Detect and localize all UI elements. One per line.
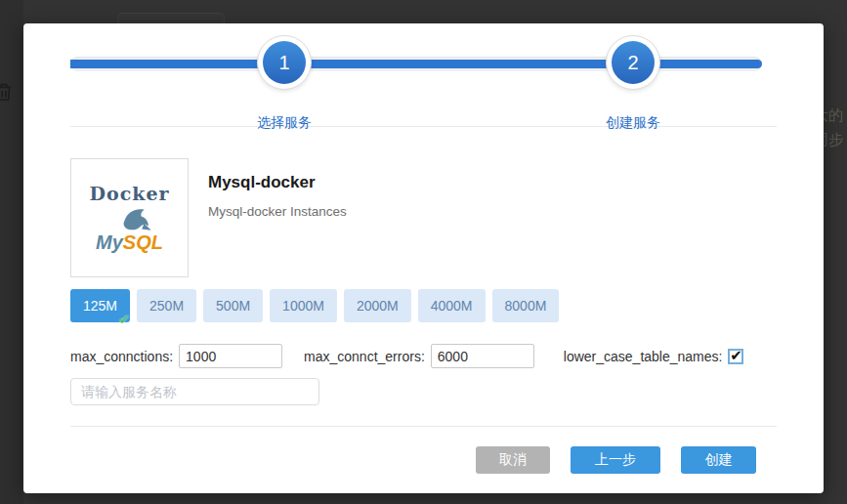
background-text-line: 同步 [823,127,847,151]
lower-case-checkbox[interactable]: ✔ [728,349,743,364]
max-connect-errors-label: max_connct_errors: [304,349,425,364]
background-sidebar-strip [0,0,23,504]
wizard-step-2: 2创建服务 [606,35,660,90]
memory-option-250m[interactable]: 250M [137,289,196,322]
memory-option-500m[interactable]: 500M [203,289,263,322]
lower-case-table-names-label: lower_case_table_names: [564,349,723,364]
max-connect-errors-input[interactable] [431,344,534,368]
memory-option-125m[interactable]: 125M✔ [70,289,130,322]
service-info: Docker MySQL Mysql-docker Mysql-docker I… [70,158,777,277]
wizard-steps: 1选择服务2创建服务 [70,23,777,127]
step-label: 选择服务 [226,114,343,132]
checkmark-icon: ✔ [730,348,742,362]
step-circle: 2 [606,35,660,90]
mysql-docker-logo: Docker MySQL [70,158,189,277]
step-label: 创建服务 [574,114,692,132]
create-button[interactable]: 创建 [681,446,756,474]
memory-option-2000m[interactable]: 2000M [344,289,411,322]
service-name-input[interactable] [70,378,319,405]
service-name-row [70,378,777,405]
background-text-fragment: 大的 同步 [823,103,847,151]
footer-divider [70,426,777,427]
create-service-modal: 1选择服务2创建服务 Docker MySQL Mysql-docker Mys… [23,23,824,493]
background-text-line: 大的 [823,103,847,127]
selected-check-icon: ✔ [118,313,130,326]
parameters-row: max_connctions: max_connct_errors: lower… [70,344,777,368]
service-title: Mysql-docker [208,173,347,192]
mysql-logo-text: MySQL [96,231,163,254]
docker-logo-text: Docker [90,183,170,204]
step-number: 2 [627,52,638,74]
wizard-step-1: 1选择服务 [257,35,312,90]
step-circle: 1 [257,35,312,90]
memory-option-8000m[interactable]: 8000M [492,289,560,322]
max-connections-label: max_connctions: [70,349,173,364]
max-connections-input[interactable] [179,344,282,368]
memory-option-1000m[interactable]: 1000M [270,289,337,322]
modal-footer: 取消 上一步 创建 [70,446,756,474]
memory-option-4000m[interactable]: 4000M [418,289,486,322]
step-number: 1 [278,52,289,74]
service-subtitle: Mysql-docker Instances [208,204,347,219]
memory-options: 125M✔250M500M1000M2000M4000M8000M [70,289,777,322]
cancel-button[interactable]: 取消 [476,446,550,474]
trash-icon [0,81,15,103]
previous-step-button[interactable]: 上一步 [571,446,660,474]
